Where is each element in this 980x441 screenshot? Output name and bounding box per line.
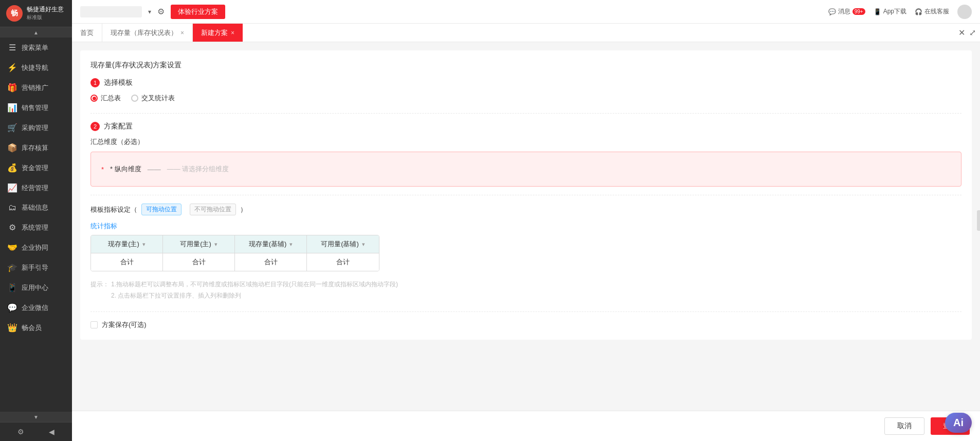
indicator-settings: 模板指标设定（ 可拖动位置 不可拖动位置 ） xyxy=(90,204,961,215)
app-download-btn[interactable]: 📱 App下载 xyxy=(874,7,906,16)
tab-home[interactable]: 首页 xyxy=(72,24,102,42)
sidebar-item-finance[interactable]: 💰 资金管理 xyxy=(0,158,72,178)
stats-section: 统计指标 现存量(主) ▾ 可用量(主) ▾ xyxy=(90,222,961,273)
sidebar-item-label: 营销推广 xyxy=(22,83,48,93)
tips-item-0: 1.拖动标题栏可以调整布局，不可跨维度或指标区域拖动栏目字段(只能在同一维度或指… xyxy=(111,279,398,290)
sidebar-item-management[interactable]: 📈 经营管理 xyxy=(0,178,72,198)
section2-label: 方案配置 xyxy=(104,122,133,131)
sidebar-item-label: 系统管理 xyxy=(22,223,48,232)
topbar: ▾ ⚙ 体验行业方案 💬 消息 99+ 📱 App下载 🎧 在线客服 xyxy=(72,0,980,24)
tabs-right: ✕ ⤢ xyxy=(958,28,980,38)
management-icon: 📈 xyxy=(7,183,17,193)
col-current-main-label: 现存量(主) xyxy=(108,240,139,249)
dimension-placeholder: —— 请选择分组维度 xyxy=(167,164,229,174)
sidebar-item-label: 销售管理 xyxy=(22,103,48,113)
content-area: 现存量(库存状况表)方案设置 1 选择模板 汇总表 交叉统计表 xyxy=(72,42,980,411)
topbar-gear-icon[interactable]: ⚙ xyxy=(157,7,165,16)
sidebar-item-label: 资金管理 xyxy=(22,163,48,173)
wechat-icon: 💬 xyxy=(7,303,17,313)
tabs-expand-btn[interactable]: ⤢ xyxy=(969,28,976,38)
radio-summary-label: 汇总表 xyxy=(101,94,121,103)
sidebar-item-guide[interactable]: 🎓 新手引导 xyxy=(0,258,72,278)
online-service-label: 在线客服 xyxy=(924,7,949,16)
service-icon: 🎧 xyxy=(915,8,922,15)
sidebar-item-search[interactable]: ☰ 搜索菜单 xyxy=(0,38,72,58)
col-available-aux[interactable]: 可用量(基辅) ▾ xyxy=(307,235,379,253)
radio-cross[interactable]: 交叉统计表 xyxy=(131,94,175,103)
inventory-icon: 📦 xyxy=(7,143,17,153)
sidebar-scroll-up[interactable]: ▲ xyxy=(0,27,72,38)
sidebar-item-label: 搜索菜单 xyxy=(22,43,48,52)
message-icon: 💬 xyxy=(828,8,836,15)
tab-inventory-close[interactable]: × xyxy=(180,29,184,36)
non-draggable-badge: 不可拖动位置 xyxy=(190,204,236,215)
sidebar-item-label: 畅会员 xyxy=(22,323,42,333)
collapse-footer-btn[interactable]: ◀ xyxy=(49,428,55,436)
tab-new-close-icon[interactable]: × xyxy=(231,29,234,36)
sidebar-item-wechat[interactable]: 💬 企业微信 xyxy=(0,298,72,318)
sidebar-item-app-center[interactable]: 📱 应用中心 xyxy=(0,278,72,298)
stats-table-header: 现存量(主) ▾ 可用量(主) ▾ 现存量(基辅) ▾ xyxy=(91,235,379,253)
messages-label: 消息 xyxy=(838,7,850,16)
save-checkbox[interactable] xyxy=(90,321,98,328)
vertical-dimension-label: * 纵向维度 xyxy=(110,164,141,174)
right-edge-handle[interactable] xyxy=(977,210,980,231)
search-menu-icon: ☰ xyxy=(7,43,17,52)
divider-1 xyxy=(90,113,961,114)
required-star: * xyxy=(101,166,104,173)
main-area: ▾ ⚙ 体验行业方案 💬 消息 99+ 📱 App下载 🎧 在线客服 首页 xyxy=(72,0,980,441)
topbar-search-input[interactable] xyxy=(80,6,142,17)
settings-footer-btn[interactable]: ⚙ xyxy=(17,428,24,436)
divider-3 xyxy=(90,311,961,312)
sidebar-item-marketing[interactable]: 🎁 营销推广 xyxy=(0,78,72,98)
user-avatar[interactable] xyxy=(957,5,972,19)
sidebar-item-label: 采购管理 xyxy=(22,123,48,133)
tips-section: 提示： 1.拖动标题栏可以调整布局，不可跨维度或指标区域拖动栏目字段(只能在同一… xyxy=(90,279,961,301)
sidebar-item-basic-info[interactable]: 🗂 基础信息 xyxy=(0,198,72,217)
section2-num: 2 xyxy=(90,122,100,131)
tab-inventory[interactable]: 现存量（库存状况表） × xyxy=(102,24,193,42)
sales-icon: 📊 xyxy=(7,103,17,113)
member-icon: 👑 xyxy=(7,323,17,333)
ai-badge[interactable]: Ai xyxy=(945,413,972,433)
sidebar-item-enterprise[interactable]: 🤝 企业协同 xyxy=(0,237,72,258)
online-service-btn[interactable]: 🎧 在线客服 xyxy=(915,7,949,16)
cell-col2: 合计 xyxy=(235,253,307,271)
radio-summary[interactable]: 汇总表 xyxy=(90,94,121,103)
sidebar: 畅 畅捷通好生意 标准版 ▲ ☰ 搜索菜单 ⚡ 快捷导航 🎁 营销推广 📊 销售… xyxy=(0,0,72,441)
guide-icon: 🎓 xyxy=(7,263,17,272)
col-current-aux-arrow: ▾ xyxy=(289,241,293,248)
divider-2 xyxy=(90,195,961,195)
sidebar-item-purchase[interactable]: 🛒 采购管理 xyxy=(0,118,72,138)
section-config: 2 方案配置 汇总维度（必选） * * 纵向维度 —— —— 请选择分组维度 xyxy=(90,122,961,301)
section1-header: 1 选择模板 xyxy=(90,78,961,87)
sidebar-item-sales[interactable]: 📊 销售管理 xyxy=(0,98,72,118)
draggable-badge: 可拖动位置 xyxy=(141,204,182,215)
basic-info-icon: 🗂 xyxy=(7,203,17,212)
topbar-dropdown-btn[interactable]: ▾ xyxy=(148,8,151,15)
trial-btn[interactable]: 体验行业方案 xyxy=(171,5,225,19)
app-download-label: App下载 xyxy=(883,7,906,16)
settings-panel: 现存量(库存状况表)方案设置 1 选择模板 汇总表 交叉统计表 xyxy=(80,50,972,340)
sidebar-item-member[interactable]: 👑 畅会员 xyxy=(0,318,72,338)
col-current-main[interactable]: 现存量(主) ▾ xyxy=(91,235,163,253)
required-dimension-area: * * 纵向维度 —— —— 请选择分组维度 xyxy=(90,152,961,187)
col-available-main[interactable]: 可用量(主) ▾ xyxy=(163,235,235,253)
save-option: 方案保存(可选) xyxy=(90,320,961,329)
sidebar-item-quick-nav[interactable]: ⚡ 快捷导航 xyxy=(0,58,72,78)
page-title: 现存量(库存状况表)方案设置 xyxy=(90,61,961,70)
sidebar-item-inventory[interactable]: 📦 库存核算 xyxy=(0,138,72,158)
sidebar-item-label: 企业协同 xyxy=(22,243,48,252)
dash-separator: —— xyxy=(148,166,161,173)
col-available-aux-label: 可用量(基辅) xyxy=(321,240,359,249)
tab-new-scheme[interactable]: 新建方案 × xyxy=(193,24,243,42)
summary-dimension-title: 汇总维度（必选） xyxy=(90,137,961,146)
sidebar-item-system[interactable]: ⚙ 系统管理 xyxy=(0,217,72,237)
cancel-button[interactable]: 取消 xyxy=(884,417,924,435)
messages-btn[interactable]: 💬 消息 99+ xyxy=(828,7,865,16)
tab-home-label: 首页 xyxy=(80,28,94,38)
tabs-close-btn[interactable]: ✕ xyxy=(958,28,965,38)
col-current-aux[interactable]: 现存量(基辅) ▾ xyxy=(235,235,307,253)
finance-icon: 💰 xyxy=(7,163,17,173)
sidebar-scroll-down[interactable]: ▼ xyxy=(0,412,72,422)
